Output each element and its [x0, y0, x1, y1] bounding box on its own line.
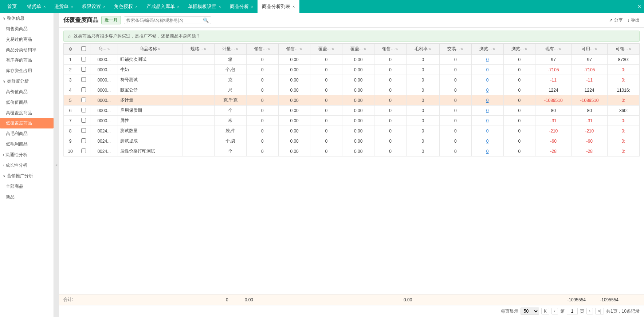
- close-analysis-list-tab[interactable]: ×: [292, 4, 295, 9]
- row-saleable: 0:: [608, 65, 640, 75]
- window-close-button[interactable]: ×: [638, 3, 641, 10]
- sidebar-section-header-cluster[interactable]: ∨ 类群置分析: [0, 76, 54, 87]
- next-page-button[interactable]: ›: [586, 308, 593, 314]
- col-browse2[interactable]: 浏览...⇅: [503, 44, 535, 55]
- col-browse1[interactable]: 浏览...⇅: [471, 44, 503, 55]
- export-button[interactable]: ↓ 导出: [627, 17, 640, 23]
- row-checkbox[interactable]: [77, 95, 90, 106]
- row-checkbox[interactable]: [77, 85, 90, 95]
- select-all-checkbox[interactable]: [81, 46, 86, 51]
- row-unit: 个,袋: [215, 136, 247, 146]
- row-checkbox[interactable]: [77, 116, 90, 126]
- close-product-entry-tab[interactable]: ×: [177, 4, 179, 9]
- close-sales-tab[interactable]: ×: [43, 4, 46, 9]
- row-browse2: 0: [503, 65, 535, 75]
- row-checkbox[interactable]: [77, 146, 90, 156]
- arrow-icon-overall: ∨: [3, 16, 5, 20]
- col-cov1[interactable]: 覆盖...⇅: [310, 44, 342, 55]
- close-purchase-tab[interactable]: ×: [71, 4, 73, 9]
- row-browse1[interactable]: 0: [471, 75, 503, 85]
- nav-tab-analysis-list[interactable]: 商品分析列表 ×: [258, 0, 299, 13]
- nav-tab-purchase[interactable]: 进货单 ×: [50, 0, 77, 13]
- col-settings[interactable]: ⚙: [64, 44, 77, 55]
- row-available: -31: [572, 116, 608, 126]
- row-sales1: 0: [246, 85, 278, 95]
- period-button[interactable]: 近一月: [101, 16, 121, 24]
- col-name[interactable]: 商品名称⇅: [118, 44, 182, 55]
- search-input[interactable]: [126, 18, 203, 23]
- sidebar-section-header-marketing[interactable]: ∨ 营销推广分析: [0, 171, 54, 181]
- nav-tab-role[interactable]: 角色授权 ×: [110, 0, 142, 13]
- sidebar-item-all-goods[interactable]: 全部商品: [0, 181, 54, 192]
- col-spec[interactable]: 规格...⇅: [182, 44, 215, 55]
- col-available[interactable]: 可用...⇅: [572, 44, 608, 55]
- row-checkbox[interactable]: [77, 75, 90, 85]
- sidebar-item-sales-goods[interactable]: 销售类商品: [0, 24, 54, 34]
- nav-tab-product-entry[interactable]: 产成品入库单 ×: [142, 0, 184, 13]
- col-checkbox[interactable]: [77, 44, 90, 55]
- sidebar-item-high-coverage[interactable]: 高覆盖度商品: [0, 108, 54, 118]
- row-browse2: 0: [503, 126, 535, 136]
- close-analysis-tab[interactable]: ×: [251, 4, 253, 9]
- col-saleable[interactable]: 可销...⇅: [608, 44, 640, 55]
- nav-tab-permissions[interactable]: 权限设置 ×: [78, 0, 110, 13]
- row-browse1[interactable]: 0: [471, 116, 503, 126]
- row-checkbox[interactable]: [77, 55, 90, 65]
- sidebar-item-high-margin[interactable]: 高毛利商品: [0, 128, 54, 139]
- close-role-tab[interactable]: ×: [135, 4, 137, 9]
- col-sales3[interactable]: 销售...⇅: [374, 44, 407, 55]
- row-cov2: 0.00: [342, 95, 374, 106]
- totals-current: -1095554: [556, 297, 589, 302]
- sidebar-toggle[interactable]: «: [54, 13, 59, 317]
- sidebar-section-header-flow[interactable]: › 流通性分析: [0, 150, 54, 160]
- col-current[interactable]: 现有...⇅: [535, 44, 572, 55]
- page-number-input[interactable]: [567, 308, 578, 314]
- sidebar-item-stock-fund[interactable]: 库存资金占用: [0, 66, 54, 76]
- sidebar-item-traded-goods[interactable]: 交易过的商品: [0, 34, 54, 45]
- row-checkbox[interactable]: [77, 65, 90, 75]
- close-template-tab[interactable]: ×: [219, 4, 221, 9]
- row-cov2: 0.00: [342, 146, 374, 156]
- collapse-sidebar-button[interactable]: «: [54, 13, 59, 317]
- col-unit[interactable]: 计量...⇅: [215, 44, 247, 55]
- sidebar-item-high-value[interactable]: 高价值商品: [0, 87, 54, 97]
- row-spec: [182, 85, 215, 95]
- nav-tab-sales[interactable]: 销货单 ×: [23, 0, 50, 13]
- row-browse1[interactable]: 0: [471, 55, 503, 65]
- row-checkbox[interactable]: [77, 126, 90, 136]
- first-page-button[interactable]: K: [541, 308, 549, 314]
- prev-page-button[interactable]: ‹: [551, 308, 558, 314]
- row-browse1[interactable]: 0: [471, 85, 503, 95]
- sidebar-item-new-goods[interactable]: 新品: [0, 192, 54, 202]
- row-browse1[interactable]: 0: [471, 106, 503, 116]
- sidebar-item-low-coverage[interactable]: 低覆盖度商品: [0, 118, 54, 128]
- col-sales2[interactable]: 销售...⇅: [278, 44, 310, 55]
- row-sales2: 0.00: [278, 55, 310, 65]
- sidebar-item-stock-goods[interactable]: 有库存的商品: [0, 55, 54, 66]
- row-current: -210: [535, 126, 572, 136]
- row-browse1[interactable]: 0: [471, 146, 503, 156]
- col-code[interactable]: 商...⇅: [90, 44, 118, 55]
- row-browse1[interactable]: 0: [471, 95, 503, 106]
- row-checkbox[interactable]: [77, 106, 90, 116]
- nav-tab-home[interactable]: 首页: [1, 0, 23, 13]
- row-browse1[interactable]: 0: [471, 136, 503, 146]
- share-button[interactable]: ↗ 分享: [609, 17, 623, 23]
- row-browse1[interactable]: 0: [471, 126, 503, 136]
- row-browse1[interactable]: 0: [471, 65, 503, 75]
- nav-tab-template[interactable]: 单据模板设置 ×: [184, 0, 225, 13]
- col-gross[interactable]: 毛利率⇅: [406, 44, 439, 55]
- page-size-select[interactable]: 50 20 100: [521, 308, 539, 315]
- sidebar-item-low-value[interactable]: 低价值商品: [0, 97, 54, 108]
- row-checkbox[interactable]: [77, 136, 90, 146]
- col-sales1[interactable]: 销售...⇅: [246, 44, 278, 55]
- sidebar-section-header-overall[interactable]: ∨ 整体信息: [0, 13, 54, 24]
- close-permissions-tab[interactable]: ×: [103, 4, 105, 9]
- sidebar-item-category-rate[interactable]: 商品分类动销率: [0, 45, 54, 55]
- sidebar-section-header-growth[interactable]: › 成长性分析: [0, 160, 54, 171]
- col-cov2[interactable]: 覆盖...⇅: [342, 44, 374, 55]
- sidebar-item-low-margin[interactable]: 低毛利商品: [0, 139, 54, 150]
- nav-tab-analysis[interactable]: 商品分析 ×: [225, 0, 258, 13]
- col-trans[interactable]: 交易...⇅: [439, 44, 471, 55]
- last-page-button[interactable]: >|: [595, 308, 604, 314]
